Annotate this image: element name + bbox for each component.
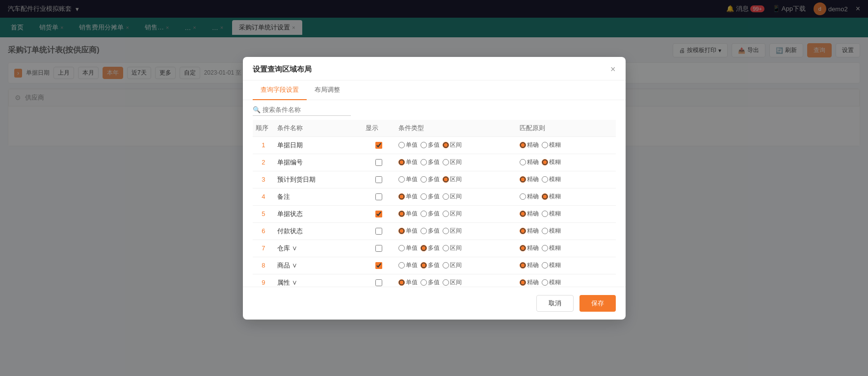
row-match-option-0-0[interactable]: 精确 — [520, 141, 539, 149]
row-seq-0: 1 — [253, 136, 275, 152]
modal-search-area: 🔍 — [243, 100, 626, 120]
row-type-0: 单值多值区间 — [395, 136, 517, 152]
modal-table: 顺序 条件名称 显示 条件类型 匹配原则 1单据日期单值多值区间精确模糊2单据编… — [253, 120, 616, 153]
col-header-show: 显示 — [363, 120, 395, 137]
search-input-wrap: 🔍 — [253, 106, 351, 116]
modal-close-button[interactable]: × — [610, 65, 616, 74]
modal-overlay: 设置查询区域布局 × 查询字段设置 布局调整 🔍 顺序 — [0, 0, 868, 152]
row-show-0 — [363, 136, 395, 152]
modal-tab-layout[interactable]: 布局调整 — [307, 81, 348, 100]
row-show-checkbox-0[interactable] — [375, 142, 382, 149]
row-name-0: 单据日期 — [274, 136, 362, 152]
row-type-option-0-0[interactable]: 单值 — [398, 141, 418, 149]
table-row: 1单据日期单值多值区间精确模糊 — [253, 136, 616, 152]
modal-header: 设置查询区域布局 × — [243, 57, 626, 81]
modal-title: 设置查询区域布局 — [253, 65, 312, 74]
col-header-type: 条件类型 — [395, 120, 517, 137]
col-header-name: 条件名称 — [274, 120, 362, 137]
modal-table-wrap: 顺序 条件名称 显示 条件类型 匹配原则 1单据日期单值多值区间精确模糊2单据编… — [243, 120, 626, 153]
row-match-0: 精确模糊 — [517, 136, 616, 152]
search-input[interactable] — [263, 106, 341, 113]
row-type-option-0-1[interactable]: 多值 — [421, 141, 440, 149]
row-type-option-0-2[interactable]: 区间 — [443, 141, 462, 149]
modal-tab-bar: 查询字段设置 布局调整 — [243, 81, 626, 100]
search-icon: 🔍 — [253, 106, 261, 113]
col-header-seq: 顺序 — [253, 120, 275, 137]
modal-tab-query-fields[interactable]: 查询字段设置 — [253, 81, 307, 100]
col-header-match: 匹配原则 — [517, 120, 616, 137]
settings-modal: 设置查询区域布局 × 查询字段设置 布局调整 🔍 顺序 — [243, 57, 626, 153]
row-match-option-0-1[interactable]: 模糊 — [542, 141, 561, 149]
